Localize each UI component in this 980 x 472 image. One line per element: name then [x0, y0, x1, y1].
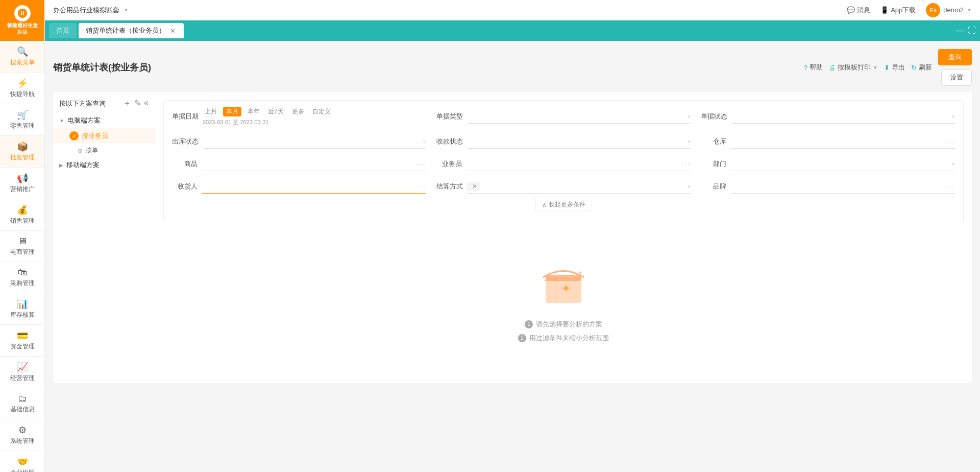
chevron-up-icon: ∧: [542, 201, 547, 208]
payment-tag-remove[interactable]: ✕: [472, 183, 477, 190]
doc-type-select[interactable]: ∨: [467, 109, 691, 124]
quick-nav-icon: ⚡: [17, 78, 28, 89]
sidebar-item-ecommerce[interactable]: 🖥 电商管理: [0, 231, 44, 262]
tab-home[interactable]: 首页: [49, 23, 77, 38]
date-tab-current-month[interactable]: 本月: [223, 107, 241, 116]
filter-out-status: 出库状态 ∨: [172, 134, 426, 149]
sidebar-item-wholesale[interactable]: 📦 批发管理: [0, 136, 44, 168]
date-tab-custom[interactable]: 自定义: [310, 107, 333, 116]
filter-payment: 结算方式 ✕ ∨: [436, 179, 691, 194]
wholesale-icon: 📦: [17, 141, 28, 152]
more-icon: ···: [946, 137, 955, 146]
collapse-button[interactable]: ∧ 收起更多条件: [535, 198, 592, 211]
scheme-group-desktop-header[interactable]: ▼ 电脑端方案: [53, 113, 155, 128]
date-tab-last-7-days[interactable]: 近7天: [266, 107, 286, 116]
tab-sales-stat[interactable]: 销货单统计表（按业务员） ✕: [79, 23, 184, 38]
edit-scheme-button[interactable]: ✎: [134, 98, 141, 109]
collapse-panel-button[interactable]: «: [144, 98, 149, 109]
dept-select[interactable]: ∨: [730, 157, 955, 171]
date-tab-last-month[interactable]: 上月: [203, 107, 219, 116]
chevron-down-icon: ∨: [951, 161, 955, 167]
right-panel: 单据日期 上月 本月 本年 近7天 更多 自定义: [155, 92, 972, 383]
empty-state: ✦ ✦ ✦ 1 请先选择要分析的方案: [163, 226, 964, 375]
receiver-input[interactable]: ···: [202, 179, 426, 194]
template-print-button[interactable]: 🖨 按模板打印 ▼: [829, 63, 878, 72]
sidebar-menu: 🔍 搜索菜单 ⚡ 快捷导航 🛒 零售管理 📦 批发管理 📢 营销推广 💰 销售管…: [0, 41, 44, 472]
step1-badge: 1: [525, 320, 533, 328]
date-tab-current-year[interactable]: 本年: [246, 107, 262, 116]
more-icon: ···: [417, 160, 426, 168]
print-icon: 🖨: [829, 64, 836, 72]
purchase-icon: 🛍: [18, 267, 27, 278]
query-actions: 查询 设置: [938, 49, 972, 86]
user-profile-button[interactable]: Ea demo2 ▼: [926, 3, 972, 17]
settings-button[interactable]: 设置: [941, 69, 972, 86]
scheme-item-by-salesperson[interactable]: ✓ 按业务员: [53, 128, 155, 144]
user-avatar: Ea: [926, 3, 940, 17]
sidebar-item-inventory[interactable]: 📊 库存核算: [0, 293, 44, 325]
chevron-down-icon: ▼: [59, 118, 64, 124]
chevron-down-icon: ∨: [687, 138, 691, 144]
payment-select[interactable]: ✕ ∨: [467, 179, 691, 194]
salesperson-input[interactable]: ···: [466, 157, 691, 171]
tab-bar: 首页 销货单统计表（按业务员） ✕ — ⛶: [45, 20, 980, 41]
query-button[interactable]: 查询: [938, 49, 972, 65]
left-panel-actions: ＋ ✎ «: [123, 98, 149, 109]
refresh-button[interactable]: ↻ 刷新: [911, 63, 932, 72]
tab-bar-minimize-button[interactable]: —: [955, 26, 964, 35]
receive-status-select[interactable]: ∨: [467, 134, 691, 149]
sidebar-item-sales[interactable]: 💰 销售管理: [0, 199, 44, 231]
more-icon: ···: [681, 160, 691, 168]
doc-status-select[interactable]: ∨: [731, 109, 955, 124]
step2-badge: 2: [518, 334, 526, 342]
app-logo[interactable]: 畅捷通好生意 标版: [0, 0, 44, 41]
filter-grid: 单据日期 上月 本月 本年 近7天 更多 自定义: [172, 107, 955, 194]
enterprise-icon: 🤝: [17, 456, 28, 467]
filter-salesperson: 业务员 ···: [436, 157, 691, 171]
sidebar-item-search-menu[interactable]: 🔍 搜索菜单: [0, 41, 44, 73]
help-button[interactable]: ? 帮助: [804, 63, 823, 72]
more-icon: ···: [417, 182, 426, 191]
tab-close-button[interactable]: ✕: [168, 27, 177, 35]
more-icon: ···: [946, 182, 955, 191]
tab-bar-maximize-button[interactable]: ⛶: [968, 26, 976, 35]
goods-input[interactable]: ···: [202, 157, 426, 171]
out-status-select[interactable]: ∨: [203, 134, 426, 149]
svg-text:✦: ✦: [543, 279, 547, 284]
sidebar-item-marketing[interactable]: 📢 营销推广: [0, 168, 44, 199]
basic-icon: 🗂: [18, 393, 27, 404]
brand-input[interactable]: ···: [730, 179, 955, 194]
sidebar-item-quick-nav[interactable]: ⚡ 快捷导航: [0, 73, 44, 104]
sidebar-item-basic[interactable]: 🗂 基础信息: [0, 388, 44, 419]
sidebar-item-retail[interactable]: 🛒 零售管理: [0, 104, 44, 136]
sidebar-item-operations[interactable]: 📈 经营管理: [0, 357, 44, 388]
messages-button[interactable]: 💬 消息: [847, 6, 870, 15]
left-panel-header: 按以下方案查询 ＋ ✎ «: [53, 98, 155, 113]
add-scheme-button[interactable]: ＋: [123, 98, 131, 109]
marketing-icon: 📢: [17, 173, 28, 184]
app-download-button[interactable]: 📱 App下载: [880, 6, 916, 15]
date-range-display: 2023-03-01 至 2023-03-31: [203, 119, 426, 126]
sidebar-item-enterprise[interactable]: 🤝 企业协同: [0, 451, 44, 472]
messages-icon: 💬: [847, 6, 855, 14]
sub-item-icon: ⊕: [78, 147, 83, 154]
svg-text:✦: ✦: [561, 281, 571, 295]
page-actions: ? 帮助 🖨 按模板打印 ▼ ⬇ 导出 ↻ 刷新: [804, 49, 972, 86]
chevron-down-icon: ▼: [967, 7, 972, 13]
warehouse-input[interactable]: ···: [730, 134, 955, 149]
chevron-down-icon: ▼: [873, 65, 878, 70]
scheme-active-icon: ✓: [69, 131, 79, 140]
payment-tag: ✕: [467, 182, 480, 191]
page-title-row: 销货单统计表(按业务员) ? 帮助 🖨 按模板打印 ▼ ⬇ 导出: [53, 49, 972, 86]
sidebar-item-finance[interactable]: 💳 资金管理: [0, 325, 44, 357]
scheme-group-mobile-header[interactable]: ▶ 移动端方案: [53, 157, 155, 173]
sidebar-item-system[interactable]: ⚙ 系统管理: [0, 419, 44, 451]
chevron-down-icon: ∨: [687, 183, 691, 189]
filter-doc-status: 单据状态 ∨: [701, 107, 955, 126]
export-button[interactable]: ⬇ 导出: [884, 63, 905, 72]
date-tab-more[interactable]: 更多: [290, 107, 306, 116]
scheme-item-by-order[interactable]: ⊕ 按单: [53, 144, 155, 157]
system-icon: ⚙: [18, 424, 27, 436]
sidebar-item-purchase[interactable]: 🛍 采购管理: [0, 262, 44, 293]
export-icon: ⬇: [884, 64, 890, 72]
